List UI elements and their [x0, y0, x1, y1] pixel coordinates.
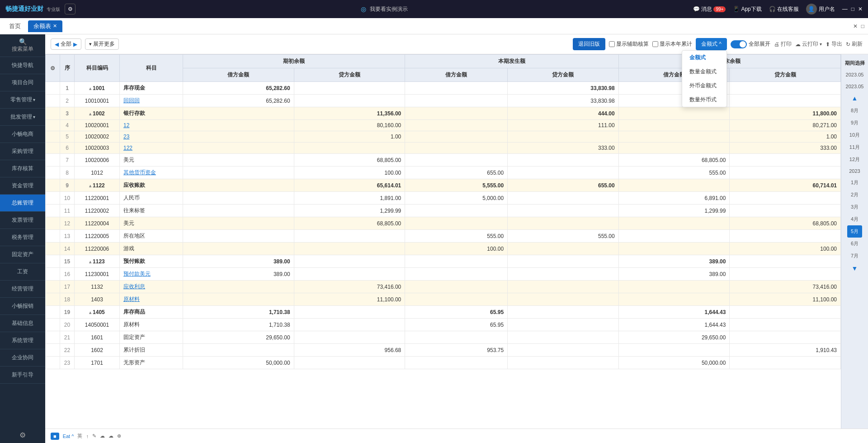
sidebar-item-cooperation[interactable]: 企业协同 [0, 349, 45, 367]
row-subject[interactable]: 原材料 [120, 293, 183, 306]
period-month-10月[interactable]: 10月 [847, 129, 862, 141]
dropdown-item-amount[interactable]: 金额式 [682, 51, 726, 65]
period-month-4月[interactable]: 4月 [847, 213, 862, 225]
period-month-1月[interactable]: 1月 [847, 176, 862, 189]
row-opening-credit: 73,416.00 [294, 281, 405, 293]
sidebar-item-retail[interactable]: 零售管理 ▾ [0, 91, 45, 109]
row-code: 10020006 [75, 154, 120, 167]
sidebar-item-guide[interactable]: 新手引导 [0, 367, 45, 384]
row-subject[interactable]: 预付款美元 [120, 268, 183, 281]
row-opening-debit: 65,282.60 [183, 95, 294, 107]
row-opening-credit: 100.00 [294, 167, 405, 179]
row-subject[interactable]: 应收利息 [120, 281, 183, 293]
sidebar-item-system[interactable]: 系统管理 [0, 332, 45, 349]
sidebar-item-ecommerce[interactable]: 小畅电商 [0, 126, 45, 143]
bottom-icon-cloud2[interactable]: ☁ [108, 433, 113, 439]
col-opening-group: 期初余额 [183, 55, 405, 68]
bottom-icon-upload[interactable]: ↑ [86, 433, 89, 439]
dropdown-item-qty-foreign[interactable]: 数量外币式 [682, 93, 726, 107]
row-subject[interactable]: 回回回 [120, 95, 183, 107]
dropdown-item-foreign[interactable]: 外币金额式 [682, 79, 726, 93]
export-btn[interactable]: ⬆ 导出 [826, 40, 842, 48]
sidebar-item-basic[interactable]: 基础信息 [0, 315, 45, 332]
row-opening-debit: 29,650.00 [183, 331, 294, 344]
service-btn[interactable]: 🎧 在线客服 [769, 5, 799, 13]
period-month-3月[interactable]: 3月 [847, 201, 862, 213]
period-2023-1[interactable]: 2023.05 [841, 69, 868, 80]
expand-more-btn[interactable]: ▾ 展开更多 [85, 38, 119, 50]
period-month-6月[interactable]: 6月 [847, 238, 862, 250]
bottom-icon-lang[interactable]: 英 [77, 433, 82, 439]
row-current-credit: 33,830.98 [508, 95, 619, 107]
bottom-icon-square[interactable]: ■ [51, 433, 59, 440]
expand-all-toggle[interactable] [731, 40, 747, 48]
row-opening-credit: 65,614.01 [294, 179, 405, 192]
row-current-debit [405, 154, 508, 167]
sidebar-item-nav[interactable]: 快捷导航 [0, 57, 45, 74]
row-current-credit [508, 344, 619, 357]
sidebar-item-inventory[interactable]: 库存核算 [0, 160, 45, 177]
col-settings[interactable]: ⚙ [46, 55, 60, 82]
sidebar-item-tax[interactable]: 税务管理 [0, 229, 45, 246]
sidebar-item-purchase[interactable]: 采购管理 [0, 143, 45, 160]
period-month-5月[interactable]: 5月 [847, 225, 862, 238]
row-current-credit [508, 357, 619, 369]
sidebar-item-wholesale[interactable]: 批发管理 ▾ [0, 109, 45, 126]
bottom-icon-edit[interactable]: ✎ [92, 433, 96, 439]
show-auxiliary-check[interactable]: 显示辅助核算 [609, 40, 649, 48]
bottom-icon-plus[interactable]: ⊕ [117, 433, 121, 439]
period-month-2月[interactable]: 2月 [847, 189, 862, 201]
period-up-icon[interactable]: ▲ [850, 93, 860, 104]
row-subject: 固定资产 [120, 331, 183, 344]
row-no: 12 [60, 217, 75, 230]
sidebar-item-salary[interactable]: 工资 [0, 263, 45, 281]
sidebar-item-project[interactable]: 项目合同 [0, 74, 45, 91]
col-subject: 科目 [120, 55, 183, 82]
download-btn[interactable]: 📱 App下载 [733, 5, 761, 13]
tab-close-icon[interactable]: ✕ [53, 23, 57, 29]
sidebar-item-sales[interactable]: 小畅报销 [0, 298, 45, 315]
sidebar-item-operations[interactable]: 经营管理 [0, 281, 45, 298]
filter-all-btn[interactable]: ◀ 全部 ▶ [51, 38, 81, 50]
demo-link[interactable]: 我要看实例演示 [370, 5, 408, 13]
sidebar-item-ledger[interactable]: 总账管理 [0, 195, 45, 212]
top-bar-right: 💬 消息 99+ 📱 App下载 🎧 在线客服 👤 用户名 — □ ✕ [693, 4, 863, 14]
period-month-8月[interactable]: 8月 [847, 105, 862, 117]
table-settings-icon[interactable]: ⚙ [50, 65, 55, 71]
dropdown-item-qty-amount[interactable]: 数量金额式 [682, 65, 726, 79]
sidebar-settings[interactable]: ⚙ [0, 427, 45, 443]
row-subject[interactable]: 23 [120, 131, 183, 143]
period-month-12月[interactable]: 12月 [847, 153, 862, 166]
period-month-11月[interactable]: 11月 [847, 141, 862, 153]
sidebar-item-assets[interactable]: 固定资产 [0, 246, 45, 263]
sidebar-search[interactable]: 🔍 搜索菜单 [0, 34, 45, 57]
row-subject[interactable]: 12 [120, 120, 183, 131]
row-current-credit [508, 131, 619, 143]
sidebar-item-invoice[interactable]: 发票管理 [0, 212, 45, 229]
cloud-print-btn[interactable]: ☁ 云打印 ▾ [795, 40, 822, 48]
period-month-7月[interactable]: 7月 [847, 250, 862, 262]
period-month-9月[interactable]: 9月 [847, 117, 862, 129]
tab-balance[interactable]: 余额表 ✕ [28, 20, 62, 32]
return-old-btn[interactable]: 退回旧版 [573, 38, 605, 50]
row-current-debit: 5,000.00 [405, 192, 508, 205]
row-code: ▴ 1122 [75, 179, 120, 192]
message-btn[interactable]: 💬 消息 99+ [693, 5, 726, 13]
sidebar-item-capital[interactable]: 资金管理 [0, 177, 45, 195]
tab-home[interactable]: 首页 [4, 20, 26, 32]
row-code: 14050001 [75, 319, 120, 331]
amount-style-btn[interactable]: 金额式 ^ [696, 38, 727, 50]
user-area[interactable]: 👤 用户名 [806, 4, 835, 14]
print-btn[interactable]: 🖨 打印 [774, 40, 792, 48]
row-subject[interactable]: 122 [120, 143, 183, 154]
period-2023-2[interactable]: 2023.05 [841, 81, 868, 92]
refresh-btn[interactable]: ↻ 刷新 [846, 40, 863, 48]
show-annual-check[interactable]: 显示本年累计 [652, 40, 692, 48]
bottom-icon-cloud1[interactable]: ☁ [100, 433, 105, 439]
row-subject[interactable]: 其他货币资金 [120, 167, 183, 179]
settings-icon[interactable]: ⚙ [65, 4, 75, 14]
top-bar: 畅捷通好业财 专业版 ⚙ ◎ 我要看实例演示 💬 消息 99+ 📱 App下载 … [0, 0, 868, 18]
period-month-2023[interactable]: 2023 [847, 166, 862, 176]
row-closing-credit [730, 82, 841, 95]
period-down-icon[interactable]: ▼ [850, 263, 860, 274]
